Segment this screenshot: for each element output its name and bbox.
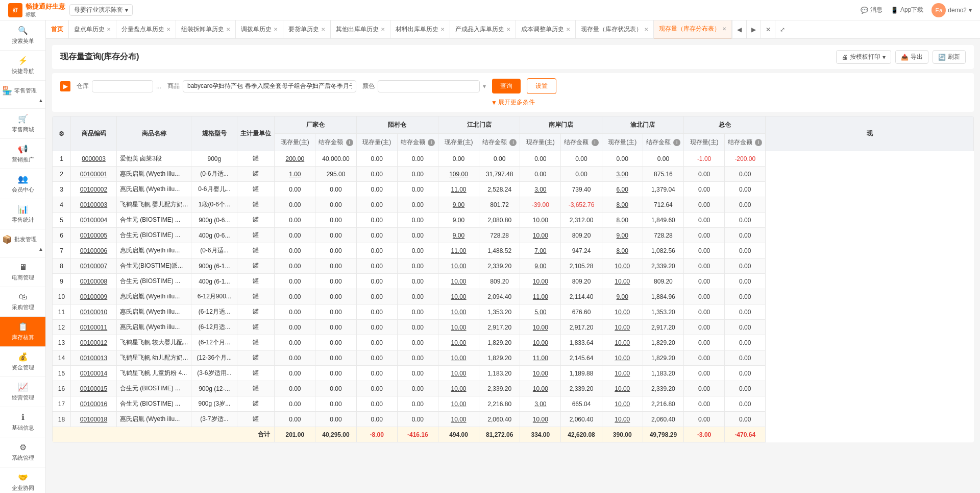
app-download-button[interactable]: 📱 App下载 (891, 6, 923, 14)
sidebar-item-0[interactable]: 🔍搜索英单 (0, 20, 45, 51)
tab-close-4[interactable]: ✕ (274, 27, 278, 32)
cell-qty-6-3[interactable]: 7.00 (520, 243, 561, 259)
cell-qty-0-5[interactable]: -1.00 (684, 151, 725, 167)
cell-code-17[interactable]: 00100018 (71, 412, 117, 427)
tab-close-6[interactable]: ✕ (381, 27, 385, 32)
cell-qty-9-2[interactable]: 10.00 (438, 289, 479, 304)
sidebar-item-15[interactable]: 🤝企业协同 (0, 467, 45, 493)
info-icon-4[interactable]: i (592, 139, 599, 146)
sidebar-item-2[interactable]: 🏪零售管理▲ (0, 81, 45, 109)
info-icon-5[interactable]: i (673, 139, 680, 146)
cell-qty-8-3[interactable]: 10.00 (520, 274, 561, 289)
cell-qty-9-4[interactable]: 9.00 (602, 289, 643, 304)
tab-close-9[interactable]: ✕ (566, 27, 570, 32)
info-icon-3[interactable]: i (509, 139, 517, 146)
cell-qty-16-2[interactable]: 10.00 (438, 396, 479, 412)
settings-button[interactable]: 设置 (527, 78, 556, 94)
cell-qty-6-4[interactable]: 8.00 (602, 243, 643, 259)
cell-qty-15-4[interactable]: 10.00 (602, 381, 643, 396)
cell-qty-5-4[interactable]: 9.00 (602, 228, 643, 243)
tab-t9[interactable]: 成本调整单历史✕ (516, 20, 576, 39)
cell-qty-17-2[interactable]: 10.00 (438, 412, 479, 427)
tab-close-3[interactable]: ✕ (226, 27, 230, 32)
cell-qty-0-0[interactable]: 200.00 (275, 151, 315, 167)
cell-qty-13-3[interactable]: 11.00 (520, 350, 561, 366)
sidebar-item-6[interactable]: 📊零售统计 (0, 199, 45, 229)
cell-qty-12-3[interactable]: 10.00 (520, 335, 561, 350)
collapse-button[interactable]: ▶ (60, 81, 70, 91)
cell-qty-11-3[interactable]: 10.00 (520, 320, 561, 335)
user-menu[interactable]: Ea demo2 ▾ (932, 3, 972, 17)
sidebar-item-9[interactable]: 🛍采购管理 (0, 287, 45, 317)
cell-qty-10-4[interactable]: 10.00 (602, 304, 643, 320)
cell-qty-7-3[interactable]: 9.00 (520, 259, 561, 274)
tab-t1[interactable]: 盘点单历史✕ (69, 20, 116, 39)
info-icon-6[interactable]: i (755, 139, 762, 146)
sidebar-item-7[interactable]: 📦批发管理▲ (0, 229, 45, 257)
tab-t8[interactable]: 产成品入库单历史✕ (450, 20, 516, 39)
info-icon-1[interactable]: i (346, 139, 353, 146)
tab-close-11[interactable]: ✕ (722, 26, 726, 32)
tab-close-7[interactable]: ✕ (440, 27, 445, 32)
cell-code-4[interactable]: 00100004 (71, 213, 117, 228)
cell-qty-16-4[interactable]: 10.00 (602, 396, 643, 412)
tab-t5[interactable]: 要货单历史✕ (283, 20, 331, 39)
tab-t2[interactable]: 分量盘点单历史✕ (116, 20, 176, 39)
cell-qty-4-3[interactable]: 10.00 (520, 213, 561, 228)
sidebar-item-8[interactable]: 🖥电商管理 (0, 257, 45, 287)
cell-qty-14-2[interactable]: 10.00 (438, 366, 479, 381)
cell-qty-5-2[interactable]: 9.00 (438, 228, 479, 243)
cell-qty-1-0[interactable]: 1.00 (275, 167, 315, 182)
cell-qty-2-2[interactable]: 11.00 (438, 182, 479, 197)
expand-conditions-button[interactable]: ▼ 展开更多条件 (491, 98, 535, 107)
cell-code-3[interactable]: 00100003 (71, 197, 117, 213)
sidebar-item-1[interactable]: ⚡快捷导航 (0, 51, 45, 81)
sidebar-item-4[interactable]: 📢营销推广 (0, 139, 45, 169)
cell-qty-7-4[interactable]: 10.00 (602, 259, 643, 274)
export-button[interactable]: 📤 导出 (895, 50, 928, 64)
cell-code-1[interactable]: 00100001 (71, 167, 117, 182)
cell-qty-10-3[interactable]: 5.00 (520, 304, 561, 320)
cell-code-16[interactable]: 00100016 (71, 396, 117, 412)
cell-qty-4-2[interactable]: 9.00 (438, 213, 479, 228)
query-button[interactable]: 查询 (492, 79, 521, 93)
cell-qty-11-2[interactable]: 10.00 (438, 320, 479, 335)
color-input[interactable] (378, 80, 480, 92)
sidebar-item-10[interactable]: 📋库存核算 (0, 317, 45, 347)
cell-code-15[interactable]: 00100015 (71, 381, 117, 396)
cell-qty-1-4[interactable]: 3.00 (602, 167, 643, 182)
cell-qty-4-4[interactable]: 8.00 (602, 213, 643, 228)
tab-t4[interactable]: 调拨单历史✕ (236, 20, 283, 39)
tab-t6[interactable]: 其他出库单历史✕ (331, 20, 390, 39)
tab-t10[interactable]: 现存量（库存状况表）✕ (576, 20, 654, 39)
cell-qty-13-2[interactable]: 10.00 (438, 350, 479, 366)
cell-code-11[interactable]: 00100011 (71, 320, 117, 335)
cell-qty-14-4[interactable]: 10.00 (602, 366, 643, 381)
cell-qty-15-2[interactable]: 10.00 (438, 381, 479, 396)
cell-code-14[interactable]: 00100014 (71, 366, 117, 381)
sidebar-item-3[interactable]: 🛒零售商城 (0, 109, 45, 139)
cell-code-13[interactable]: 00100013 (71, 350, 117, 366)
cell-qty-3-2[interactable]: 9.00 (438, 197, 479, 213)
cell-qty-3-3[interactable]: -39.00 (520, 197, 561, 213)
cell-qty-6-2[interactable]: 11.00 (438, 243, 479, 259)
message-button[interactable]: 💬 消息 (861, 6, 883, 14)
cell-qty-12-2[interactable]: 10.00 (438, 335, 479, 350)
sidebar-item-12[interactable]: 📈经营管理 (0, 377, 45, 407)
cell-qty-5-3[interactable]: 10.00 (520, 228, 561, 243)
cell-qty-3-4[interactable]: 8.00 (602, 197, 643, 213)
cell-qty-7-2[interactable]: 10.00 (438, 259, 479, 274)
cell-qty-8-4[interactable]: 10.00 (602, 274, 643, 289)
tab-close-10[interactable]: ✕ (644, 27, 648, 32)
cell-code-9[interactable]: 00100009 (71, 289, 117, 304)
cell-qty-12-4[interactable]: 10.00 (602, 335, 643, 350)
warehouse-selector-icon[interactable]: ... (156, 83, 161, 90)
cell-qty-2-3[interactable]: 3.00 (520, 182, 561, 197)
cell-qty-17-3[interactable]: 10.00 (520, 412, 561, 427)
cell-qty-9-3[interactable]: 11.00 (520, 289, 561, 304)
cell-qty-1-2[interactable]: 109.00 (438, 167, 479, 182)
cell-qty-16-3[interactable]: 3.00 (520, 396, 561, 412)
cell-qty-14-3[interactable]: 10.00 (520, 366, 561, 381)
cell-code-2[interactable]: 00100002 (71, 182, 117, 197)
cell-qty-17-4[interactable]: 10.00 (602, 412, 643, 427)
